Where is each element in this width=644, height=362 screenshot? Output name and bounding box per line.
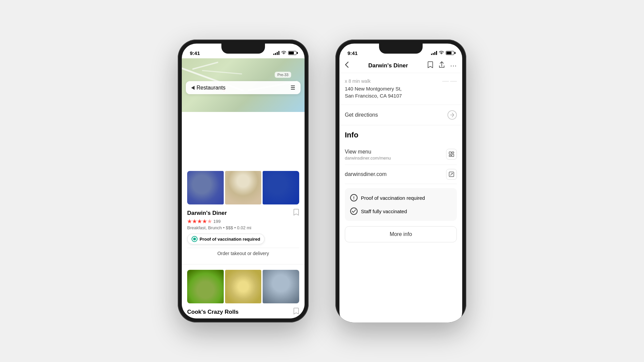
info-heading: Info bbox=[345, 131, 457, 139]
detail-header-icons: ··· bbox=[427, 61, 457, 70]
signal-icon-1 bbox=[273, 51, 279, 55]
vax-proof-text: Proof of vaccination required bbox=[361, 195, 425, 201]
vax-check-icon bbox=[350, 207, 358, 215]
map-label: Pre-33 bbox=[275, 72, 291, 78]
back-arrow-icon bbox=[191, 86, 195, 90]
phone-1-content: Darwin's Diner 199 bbox=[182, 166, 305, 318]
order-link[interactable]: Order takeout or delivery bbox=[187, 248, 299, 259]
list-view-icon[interactable]: ☰ bbox=[290, 84, 295, 91]
vax-staff-text: Staff fully vaccinated bbox=[361, 208, 407, 214]
svg-rect-1 bbox=[452, 152, 454, 153]
view-menu-row[interactable]: View menu darwinsdiner.com/menu bbox=[345, 145, 457, 165]
view-menu-url: darwinsdiner.com/menu bbox=[345, 156, 391, 161]
website-text: darwinsdiner.com bbox=[345, 171, 387, 177]
vax-badge-text: Proof of vaccination required bbox=[200, 237, 260, 242]
status-icons-2 bbox=[431, 51, 454, 56]
detail-header: Darwin's Diner ··· bbox=[339, 58, 462, 73]
restaurants-label: Restaurants bbox=[197, 85, 225, 91]
svg-rect-3 bbox=[449, 155, 451, 157]
notch-1 bbox=[221, 44, 265, 54]
darwin-bookmark-icon[interactable] bbox=[293, 208, 299, 218]
star-rating bbox=[187, 219, 212, 224]
vax-badge-icon bbox=[192, 236, 198, 242]
directions-icon bbox=[447, 110, 457, 120]
phone-2-screen: 9:41 bbox=[339, 44, 462, 322]
food-image-4 bbox=[187, 270, 224, 303]
vax-badge: Proof of vaccination required bbox=[187, 234, 265, 244]
get-directions-row[interactable]: Get directions bbox=[339, 105, 462, 125]
food-image-2 bbox=[225, 171, 262, 204]
stars-row: 199 bbox=[187, 219, 299, 224]
cooks-crazy-rolls-card[interactable]: Cook's Crazy Rolls bbox=[182, 264, 305, 318]
more-info-button[interactable]: More info bbox=[345, 226, 457, 242]
food-image-3 bbox=[263, 171, 299, 204]
restaurants-header: Restaurants ☰ bbox=[186, 81, 301, 94]
status-icons-1 bbox=[273, 51, 297, 56]
more-header-icon[interactable]: ··· bbox=[450, 62, 457, 69]
notch-2 bbox=[379, 44, 423, 54]
signal-icon-2 bbox=[431, 51, 437, 55]
vax-info-box: ! Proof of vaccination required Staff fu… bbox=[345, 188, 457, 221]
cooks-images bbox=[187, 270, 299, 303]
address-section: x 8 min walk ── ── 140 New Montgomery St… bbox=[339, 73, 462, 105]
wifi-icon-1 bbox=[281, 51, 286, 56]
detail-back-button[interactable] bbox=[345, 61, 349, 70]
cooks-crazy-rolls-name: Cook's Crazy Rolls bbox=[187, 309, 238, 315]
svg-rect-2 bbox=[452, 154, 454, 157]
phone-2-frame: 9:41 bbox=[335, 40, 466, 322]
status-time-1: 9:41 bbox=[190, 50, 200, 56]
battery-icon-1 bbox=[288, 51, 297, 55]
wifi-icon-2 bbox=[439, 51, 444, 56]
view-menu-icon-btn[interactable] bbox=[446, 149, 457, 160]
address-text: 140 New Montgomery St, San Francisco, CA… bbox=[345, 85, 457, 99]
share-header-icon[interactable] bbox=[439, 61, 445, 70]
restaurant-meta: Breakfast, Brunch • $$$ • 0.02 mi bbox=[187, 225, 299, 230]
phone-1-screen: 9:41 bbox=[182, 44, 305, 318]
website-icon-btn[interactable] bbox=[446, 169, 457, 180]
view-menu-info: View menu darwinsdiner.com/menu bbox=[345, 149, 391, 161]
food-image-6 bbox=[263, 270, 299, 303]
vax-exclamation-icon: ! bbox=[350, 194, 358, 201]
bookmark-header-icon[interactable] bbox=[427, 61, 433, 70]
walk-time: x 8 min walk ── ── bbox=[345, 78, 457, 84]
status-time-2: 9:41 bbox=[347, 50, 358, 56]
vax-staff-row: Staff fully vaccinated bbox=[350, 206, 451, 216]
cooks-bookmark-icon[interactable] bbox=[293, 307, 299, 316]
darwin-diner-images bbox=[187, 171, 299, 204]
back-button[interactable]: Restaurants bbox=[191, 85, 225, 91]
food-image-5 bbox=[225, 270, 262, 303]
vax-proof-row: ! Proof of vaccination required bbox=[350, 193, 451, 203]
battery-icon-2 bbox=[446, 51, 454, 55]
website-row[interactable]: darwinsdiner.com bbox=[345, 165, 457, 184]
svg-rect-0 bbox=[449, 152, 451, 154]
cooks-name-row: Cook's Crazy Rolls bbox=[187, 307, 299, 316]
view-menu-label: View menu bbox=[345, 149, 391, 155]
darwin-diner-name: Darwin's Diner bbox=[187, 210, 227, 217]
food-image-1 bbox=[187, 171, 224, 204]
phone-1-frame: 9:41 bbox=[178, 40, 309, 322]
darwin-diner-card[interactable]: Darwin's Diner 199 bbox=[182, 166, 305, 264]
detail-title: Darwin's Diner bbox=[368, 62, 408, 69]
detail-content: x 8 min walk ── ── 140 New Montgomery St… bbox=[339, 73, 462, 248]
review-count: 199 bbox=[213, 219, 221, 224]
darwin-name-row: Darwin's Diner bbox=[187, 208, 299, 218]
info-section: Info View menu darwinsdiner.com/menu bbox=[339, 125, 462, 248]
get-directions-label: Get directions bbox=[345, 112, 378, 118]
